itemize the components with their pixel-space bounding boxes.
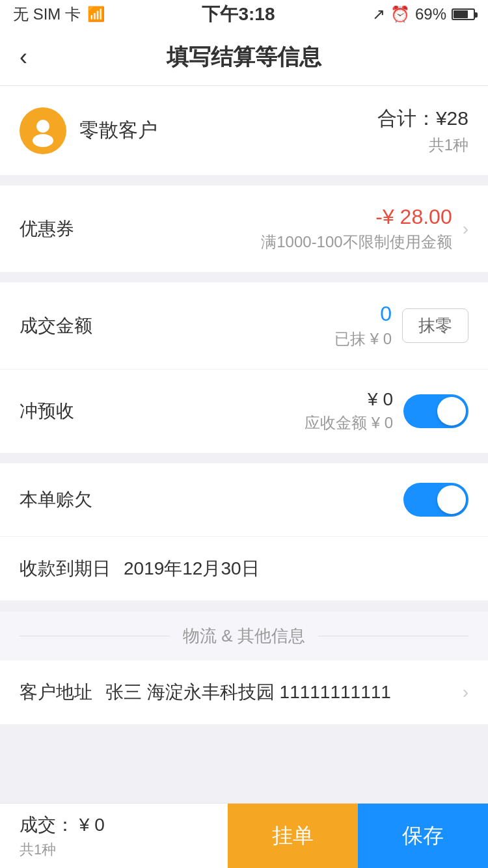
- bottom-summary: 成交： ¥ 0 共1种: [0, 813, 228, 860]
- debit-section: 本单赊欠 收款到期日 2019年12月30日: [0, 463, 488, 601]
- prepaid-sub: 应收金额 ¥ 0: [305, 413, 393, 433]
- due-date-row: 收款到期日 2019年12月30日: [0, 537, 488, 601]
- prepaid-value: ¥ 0: [305, 389, 393, 410]
- status-right: ↗ ⏰ 69%: [372, 5, 475, 23]
- location-icon: ↗: [372, 5, 385, 23]
- bottom-deal-label: 成交：: [20, 815, 74, 835]
- customer-name: 零散客户: [79, 117, 157, 144]
- status-bar: 无 SIM 卡 📶 下午3:18 ↗ ⏰ 69%: [0, 0, 488, 29]
- total-amount: 合计：¥28: [377, 105, 468, 132]
- deal-amount-value[interactable]: 0: [334, 302, 392, 326]
- round-zero-button[interactable]: 抹零: [402, 308, 468, 343]
- debit-toggle-knob: [437, 485, 466, 514]
- hold-button[interactable]: 挂单: [228, 804, 358, 869]
- coupon-section[interactable]: 优惠券 -¥ 28.00 满1000-100不限制使用金额 ›: [0, 185, 488, 272]
- svg-point-1: [33, 134, 53, 147]
- back-button[interactable]: ‹: [20, 44, 27, 71]
- customer-row: 零散客户 合计：¥28 共1种: [0, 86, 488, 175]
- due-date-label: 收款到期日: [20, 556, 111, 581]
- deal-amount-row: 成交金额 0 已抹 ¥ 0 抹零: [0, 282, 488, 370]
- logistics-header: 物流 & 其他信息: [0, 612, 488, 660]
- nav-bar: ‹ 填写结算等信息: [0, 29, 488, 86]
- customer-section: 零散客户 合计：¥28 共1种: [0, 86, 488, 175]
- page-title: 填写结算等信息: [167, 42, 321, 72]
- deal-amount-right: 0 已抹 ¥ 0 抹零: [334, 302, 468, 349]
- svg-point-0: [36, 120, 49, 133]
- coupon-right: -¥ 28.00 满1000-100不限制使用金额 ›: [261, 205, 468, 252]
- deal-amount-sub: 已抹 ¥ 0: [334, 329, 392, 349]
- battery-percent: 69%: [415, 5, 446, 23]
- bottom-deal-amount: ¥ 0: [79, 815, 105, 835]
- prepaid-right: ¥ 0 应收金额 ¥ 0: [305, 389, 468, 433]
- due-date-value: 2019年12月30日: [124, 556, 260, 581]
- customer-left: 零散客户: [20, 107, 157, 154]
- debit-right: [403, 483, 468, 517]
- coupon-desc: 满1000-100不限制使用金额: [261, 232, 452, 252]
- address-row[interactable]: 客户地址 张三 海淀永丰科技园 11111111111 ›: [0, 660, 488, 724]
- prepaid-toggle[interactable]: [403, 394, 468, 428]
- deal-amount-label: 成交金额: [20, 314, 92, 338]
- coupon-row[interactable]: 优惠券 -¥ 28.00 满1000-100不限制使用金额 ›: [0, 185, 488, 272]
- prepaid-label: 冲预收: [20, 399, 74, 424]
- debit-row: 本单赊欠: [0, 463, 488, 537]
- status-left: 无 SIM 卡 📶: [13, 4, 105, 25]
- status-time: 下午3:18: [202, 2, 275, 27]
- prepaid-row: 冲预收 ¥ 0 应收金额 ¥ 0: [0, 370, 488, 453]
- total-count: 共1种: [377, 135, 468, 156]
- alarm-icon: ⏰: [390, 5, 410, 23]
- coupon-discount: -¥ 28.00: [261, 205, 452, 229]
- customer-right: 合计：¥28 共1种: [377, 105, 468, 156]
- bottom-deal: 成交： ¥ 0: [20, 813, 208, 837]
- wifi-icon: 📶: [87, 6, 105, 23]
- coupon-chevron-icon: ›: [463, 219, 468, 239]
- debit-toggle[interactable]: [403, 483, 468, 517]
- logistics-header-text: 物流 & 其他信息: [183, 625, 305, 647]
- battery-icon: [452, 8, 475, 20]
- debit-label: 本单赊欠: [20, 487, 92, 512]
- deal-amount-section: 成交金额 0 已抹 ¥ 0 抹零 冲预收 ¥ 0 应收金额 ¥ 0: [0, 282, 488, 453]
- save-button[interactable]: 保存: [358, 804, 488, 869]
- coupon-label: 优惠券: [20, 217, 74, 241]
- bottom-count: 共1种: [20, 840, 208, 860]
- bottom-bar: 成交： ¥ 0 共1种 挂单 保存: [0, 803, 488, 868]
- address-label: 客户地址: [20, 680, 92, 705]
- avatar: [20, 107, 66, 154]
- logistics-section: 物流 & 其他信息 客户地址 张三 海淀永丰科技园 11111111111 ›: [0, 612, 488, 724]
- prepaid-toggle-knob: [437, 397, 466, 426]
- address-value: 张三 海淀永丰科技园 11111111111: [105, 680, 463, 705]
- carrier-label: 无 SIM 卡: [13, 4, 81, 25]
- address-chevron-icon: ›: [463, 682, 468, 703]
